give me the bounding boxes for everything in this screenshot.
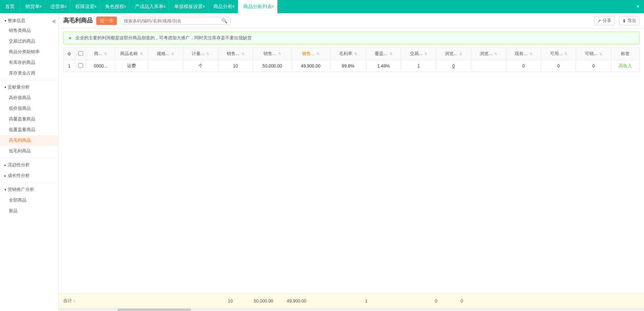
sidebar-item-category-rate[interactable]: 商品分类助销率: [0, 47, 58, 57]
settings-icon: ⚙: [67, 51, 71, 57]
row-sales-net: 49,900.00: [291, 60, 330, 72]
footer-sales-qty: 10: [217, 299, 243, 304]
arrow-down-icon-3: ▾: [4, 188, 6, 192]
content-area: 高毛利商品 近一月 🔍 ↗ 分享 ⬇ 导出 ✦ 企业的主要的利润都是这部分商品创…: [59, 13, 644, 311]
sidebar-collapse-btn[interactable]: ◀: [51, 18, 55, 24]
sidebar-group-contribution[interactable]: ▾ 贡献量分析: [0, 82, 58, 93]
close-role-tab[interactable]: ×: [124, 4, 126, 9]
browse1-link[interactable]: 0: [452, 64, 455, 69]
sidebar-item-stock-capital[interactable]: 库存资金占用: [0, 68, 58, 79]
col-spec[interactable]: 规格... ⇅: [148, 48, 183, 60]
period-button[interactable]: 近一月: [96, 17, 117, 25]
share-button[interactable]: ↗ 分享: [594, 16, 615, 25]
sort-icon-stock-now: ⇅: [529, 52, 532, 56]
col-stock-now[interactable]: 现有... ⇅: [506, 48, 541, 60]
table-row: 1 0000... 运费 个 10 50,000.00 49,900.00 99…: [64, 60, 640, 72]
close-all-btn[interactable]: ×: [632, 3, 644, 10]
select-all-checkbox[interactable]: [78, 51, 83, 56]
row-name: 运费: [115, 60, 148, 72]
share-icon: ↗: [597, 18, 601, 23]
sidebar-item-low-coverage[interactable]: 低覆盖量商品: [0, 124, 58, 135]
arrow-right-icon-1: ▸: [4, 163, 6, 167]
sidebar-item-high-margin[interactable]: 高毛利商品: [0, 135, 58, 146]
row-unit: 个: [183, 60, 218, 72]
scrollbar-thumb[interactable]: [118, 308, 191, 311]
col-stock-sale[interactable]: 可销... ⇅: [576, 48, 611, 60]
nav-tab-role[interactable]: 角色授权 ×: [100, 0, 130, 13]
close-goods-list-tab[interactable]: ×: [271, 4, 274, 9]
col-coverage[interactable]: 覆盖... ⇅: [366, 48, 401, 60]
sidebar-item-in-stock[interactable]: 有库存的商品: [0, 57, 58, 68]
info-banner: ✦ 企业的主要的利润都是这部分商品创造的，可考虑加大推广，同时关注库存是不要出现…: [63, 32, 640, 44]
search-input[interactable]: [124, 18, 222, 23]
nav-tab-goods-list[interactable]: 商品分析列表 ×: [238, 0, 277, 13]
col-sales-qty[interactable]: 销售... ⇅: [218, 48, 253, 60]
row-num: 1: [64, 60, 75, 72]
nav-tab-sales[interactable]: 销货单 ×: [20, 0, 45, 13]
col-browse2[interactable]: 浏览... ⇅: [471, 48, 506, 60]
row-select-checkbox[interactable]: [78, 63, 83, 68]
col-code[interactable]: 商... ⇅: [86, 48, 115, 60]
nav-tab-purchase[interactable]: 进货单 ×: [45, 0, 70, 13]
nav-tab-permission[interactable]: 权限设置 ×: [70, 0, 100, 13]
sidebar-item-low-value[interactable]: 低价值商品: [0, 103, 58, 114]
sidebar: ▾ 整体信息 ◀ 销售类商品 交易过的商品 商品分类助销率 有库存的商品 库存资…: [0, 13, 59, 311]
row-code: 0000...: [86, 60, 115, 72]
row-browse1[interactable]: 0: [436, 60, 471, 72]
row-sales-amount: 50,000.00: [253, 60, 292, 72]
row-tag: 高收入: [611, 60, 639, 72]
table-header-row: ⚙ 商... ⇅ 商品名称 ⇅: [64, 48, 640, 60]
sidebar-group-overall[interactable]: ▾ 整体信息: [4, 18, 25, 24]
nav-tab-home[interactable]: 首页: [0, 0, 20, 13]
nav-tab-template[interactable]: 单据模板设置 ×: [169, 0, 208, 13]
row-transactions: 1: [401, 60, 436, 72]
nav-tab-goods-analysis[interactable]: 商品分析 ×: [208, 0, 238, 13]
col-gross-rate[interactable]: 毛利率 ⇅: [330, 48, 366, 60]
col-sales-net[interactable]: 销售... ⇅: [291, 48, 330, 60]
close-template-tab[interactable]: ×: [202, 4, 205, 9]
sidebar-item-high-coverage[interactable]: 高覆盖量商品: [0, 114, 58, 124]
sidebar-group-marketing[interactable]: ▾ 营销推广分析: [0, 184, 58, 195]
row-coverage: 1.49%: [366, 60, 401, 72]
footer-summary: 合计： 10 50,000.00 49,900.00 1 0 0: [59, 293, 644, 308]
sidebar-item-all-goods[interactable]: 全部商品: [0, 195, 58, 206]
sort-icon-gross-rate: ⇅: [354, 52, 357, 56]
header-actions: ↗ 分享 ⬇ 导出: [594, 16, 640, 25]
close-finished-goods-tab[interactable]: ×: [163, 4, 166, 9]
col-unit[interactable]: 计量... ⇅: [183, 48, 218, 60]
content-header: 高毛利商品 近一月 🔍 ↗ 分享 ⬇ 导出: [59, 13, 644, 29]
main-layout: ▾ 整体信息 ◀ 销售类商品 交易过的商品 商品分类助销率 有库存的商品 库存资…: [0, 13, 644, 311]
close-sales-tab[interactable]: ×: [39, 4, 42, 9]
sidebar-item-high-value[interactable]: 高价值商品: [0, 93, 58, 103]
sidebar-group-growth[interactable]: ▸ 成长性分析: [0, 170, 58, 181]
close-purchase-tab[interactable]: ×: [64, 4, 67, 9]
col-name[interactable]: 商品名称 ⇅: [115, 48, 148, 60]
sort-icon-sales-amount: ⇅: [278, 52, 281, 56]
row-stock-sale: 0: [576, 60, 611, 72]
sidebar-item-sales-goods[interactable]: 销售类商品: [0, 25, 58, 36]
col-transactions[interactable]: 交易... ⇅: [401, 48, 436, 60]
col-stock-avail[interactable]: 可用... ⇅: [541, 48, 576, 60]
sidebar-group-trend[interactable]: ▸ 流趋性分析: [0, 160, 58, 170]
page-title: 高毛利商品: [63, 17, 93, 25]
sort-icon-browse1: ⇅: [459, 52, 462, 56]
col-browse1[interactable]: 浏览... ⇅: [436, 48, 471, 60]
sort-icon-name: ⇅: [140, 52, 143, 56]
sidebar-item-traded-goods[interactable]: 交易过的商品: [0, 36, 58, 47]
sidebar-item-low-margin[interactable]: 低毛利商品: [0, 146, 58, 156]
col-sales-amount[interactable]: 销售... ⇅: [253, 48, 292, 60]
table-wrap: ⚙ 商... ⇅ 商品名称 ⇅: [59, 47, 644, 293]
sidebar-item-new-goods[interactable]: 新品: [0, 206, 58, 216]
export-button[interactable]: ⬇ 导出: [619, 16, 640, 25]
nav-tab-finished-goods[interactable]: 产成品入库单 ×: [130, 0, 169, 13]
footer-label: 合计：: [63, 298, 137, 304]
row-checkbox: [75, 60, 86, 72]
horizontal-scrollbar[interactable]: [59, 308, 644, 311]
sort-icon-coverage: ⇅: [389, 52, 392, 56]
close-permission-tab[interactable]: ×: [94, 4, 97, 9]
arrow-down-icon: ▾: [4, 19, 6, 23]
col-settings[interactable]: ⚙: [64, 48, 75, 60]
close-goods-analysis-tab[interactable]: ×: [232, 4, 235, 9]
row-browse2: [471, 60, 506, 72]
row-spec: [148, 60, 183, 72]
